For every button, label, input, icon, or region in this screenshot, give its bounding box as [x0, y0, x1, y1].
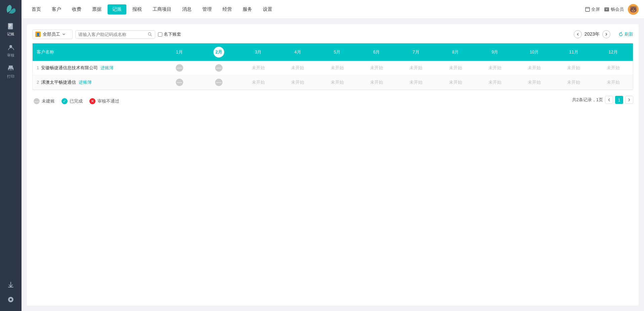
legend-icon-red: ✕ [89, 98, 95, 104]
sidebar-bottom [0, 277, 22, 311]
nav-business[interactable]: 工商项目 [148, 4, 176, 14]
sidebar-item-bookkeeping[interactable]: 记账 [0, 19, 22, 40]
svg-point-10 [10, 299, 12, 301]
nav-operations[interactable]: 经营 [218, 4, 237, 14]
nav-customers[interactable]: 客户 [47, 4, 66, 14]
account-checkbox-label[interactable]: 名下账套 [158, 31, 181, 37]
svg-point-4 [9, 45, 12, 48]
content-area: 👤 全部员工 名下账套 [22, 19, 644, 311]
legend-label-complete: 已完成 [70, 98, 83, 104]
page-prev-button[interactable] [605, 96, 613, 104]
sidebar-item-label-print: 打印 [7, 74, 14, 79]
table-cell-month: 未开始 [475, 61, 515, 75]
legend-rejected: ✕ 审核不通过 [89, 98, 119, 104]
fullscreen-label: 全屏 [591, 6, 600, 12]
account-checkbox[interactable] [158, 32, 162, 37]
user-avatar[interactable]: 🐻 [628, 4, 639, 15]
employee-select[interactable]: 👤 全部员工 [32, 30, 73, 39]
col-header-name: 客户名称 [33, 43, 160, 61]
vip-button[interactable]: 畅会员 [604, 6, 624, 12]
nav-tax[interactable]: 报税 [128, 4, 147, 14]
refresh-button[interactable]: 刷新 [618, 31, 633, 37]
legend-unbuilt: — 未建账 [34, 98, 55, 104]
sidebar-item-support[interactable] [0, 292, 22, 307]
year-display: 2023年 [585, 31, 600, 37]
table-cell-month: 未开始 [317, 75, 357, 90]
table-cell-month: 未开始 [436, 61, 475, 75]
support-icon [7, 296, 15, 304]
page-1-button[interactable]: 1 [615, 96, 623, 104]
topnav-right: 全屏 畅会员 🐻 [585, 4, 639, 15]
year-next-button[interactable] [602, 30, 610, 38]
legend-label-rejected: 审核不通过 [97, 98, 119, 104]
col-header-feb: 2月 [199, 43, 238, 61]
legend-label-unbuilt: 未建账 [42, 98, 55, 104]
table-header-row: 客户名称 1月 2月 3月 4月 5月 6月 7月 8月 9月 [33, 43, 633, 61]
refresh-label: 刷新 [625, 31, 633, 37]
footer-bar: — 未建账 ✓ 已完成 ✕ 审核不通过 共2条记录，1页 [32, 94, 633, 106]
client-name: 漯澳太平畅捷通信 [41, 80, 76, 85]
search-input[interactable] [78, 32, 146, 37]
legend: — 未建账 ✓ 已完成 ✕ 审核不通过 [32, 94, 119, 106]
dash-icon: — [176, 64, 183, 72]
table-cell-month: 未开始 [594, 61, 633, 75]
svg-rect-1 [9, 24, 11, 25]
legend-icon-gray: — [34, 98, 40, 104]
svg-rect-11 [586, 7, 590, 11]
nav-invoices[interactable]: 票据 [87, 4, 106, 14]
row-index: 2 [37, 80, 39, 85]
table-cell-month: 未开始 [436, 75, 475, 90]
table-cell-month: 未开始 [554, 75, 593, 90]
sidebar-item-label-bookkeeping: 记账 [7, 32, 14, 37]
table-cell-month: 未开始 [515, 61, 554, 75]
vip-label: 畅会员 [611, 6, 624, 12]
svg-rect-3 [9, 27, 10, 27]
nav-items: 首页 客户 收费 票据 记账 报税 工商项目 消息 管理 经营 服务 设置 [27, 4, 585, 14]
dash-icon: — [215, 79, 223, 86]
audit-icon [7, 43, 15, 51]
refresh-icon [618, 32, 623, 37]
chevron-down-icon [62, 33, 66, 36]
svg-rect-0 [8, 23, 13, 29]
col-header-jun: 6月 [357, 43, 396, 61]
table-cell-month: 未开始 [239, 75, 278, 90]
dash-icon: — [176, 79, 183, 86]
table-cell-month: 未开始 [475, 75, 515, 90]
year-prev-button[interactable] [574, 30, 582, 38]
svg-point-13 [606, 9, 607, 10]
col-header-mar: 3月 [239, 43, 278, 61]
nav-settings[interactable]: 设置 [258, 4, 277, 14]
employee-icon: 👤 [35, 32, 41, 37]
table-cell-month: — [160, 75, 199, 90]
nav-home[interactable]: 首页 [27, 4, 46, 14]
nav-fees[interactable]: 收费 [67, 4, 86, 14]
nav-management[interactable]: 管理 [198, 4, 216, 14]
page-next-button[interactable] [625, 96, 633, 104]
search-icon[interactable] [148, 32, 152, 37]
enter-ledger-link[interactable]: 进账簿 [100, 65, 114, 70]
pagination: 共2条记录，1页 1 [572, 96, 633, 104]
nav-messages[interactable]: 消息 [177, 4, 196, 14]
main-wrapper: 首页 客户 收费 票据 记账 报税 工商项目 消息 管理 经营 服务 设置 全屏 [22, 0, 644, 311]
sidebar-item-print[interactable]: 打印 [0, 61, 22, 82]
account-checkbox-text: 名下账套 [164, 31, 181, 37]
svg-point-14 [148, 33, 151, 35]
nav-bookkeeping[interactable]: 记账 [108, 4, 126, 14]
legend-icon-teal: ✓ [62, 98, 68, 104]
table-cell-month: 未开始 [594, 75, 633, 90]
active-month-circle: 2月 [213, 47, 224, 57]
svg-rect-5 [9, 66, 13, 68]
table-cell-month: 未开始 [396, 61, 436, 75]
col-header-jul: 7月 [396, 43, 436, 61]
table-cell-month: 未开始 [396, 75, 436, 90]
col-header-nov: 11月 [554, 43, 593, 61]
table-cell-month: 未开始 [278, 61, 317, 75]
sidebar-item-audit[interactable]: 审核 [0, 40, 22, 61]
fullscreen-button[interactable]: 全屏 [585, 6, 600, 12]
sidebar-item-download[interactable] [0, 277, 22, 292]
nav-services[interactable]: 服务 [238, 4, 257, 14]
main-card: 👤 全部员工 名下账套 [27, 24, 639, 306]
col-header-oct: 10月 [515, 43, 554, 61]
enter-ledger-link[interactable]: 进账簿 [79, 80, 92, 85]
table-row: 1安徽畅捷通信息技术有限公司进账簿——未开始未开始未开始未开始未开始未开始未开始… [33, 61, 633, 75]
